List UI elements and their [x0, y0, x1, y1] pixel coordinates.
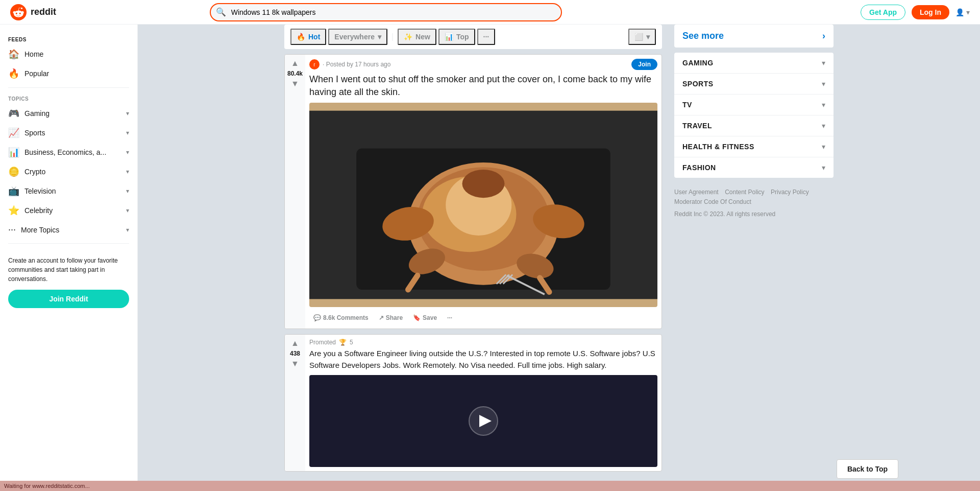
- sidebar-item-gaming[interactable]: 🎮 Gaming ▾: [0, 104, 137, 123]
- sidebar-item-home[interactable]: 🏠 Home: [0, 44, 137, 64]
- main-content: 🔥 Hot Everywhere ▾ | ✨ New 📊 Top ···: [138, 25, 980, 491]
- fashion-topic-label: FASHION: [682, 163, 716, 172]
- status-bar: Waiting for www.redditstatic.com...: [0, 481, 980, 491]
- post-image: [309, 103, 657, 307]
- see-more-button[interactable]: See more ›: [674, 25, 834, 48]
- topic-row-tv[interactable]: TV ▾: [674, 95, 834, 115]
- status-text: Waiting for www.redditstatic.com...: [4, 483, 90, 489]
- health-topic-label: HEALTH & FITNESS: [682, 143, 754, 151]
- travel-topic-chevron-icon: ▾: [822, 122, 825, 130]
- tv-topic-label: TV: [682, 101, 692, 109]
- sidebar-item-celebrity[interactable]: ⭐ Celebrity ▾: [0, 201, 137, 220]
- sidebar-item-sports[interactable]: 📈 Sports ▾: [0, 123, 137, 143]
- more-icon: ···: [483, 33, 489, 41]
- save-button[interactable]: 🔖 Save: [409, 311, 441, 324]
- downvote-button[interactable]: ▼: [291, 79, 299, 88]
- filter-new-button[interactable]: ✨ New: [398, 29, 436, 45]
- topic-row-gaming[interactable]: GAMING ▾: [674, 53, 834, 74]
- topic-row-sports[interactable]: SPORTS ▾: [674, 74, 834, 95]
- layout-icon: ⬜: [634, 33, 643, 41]
- comments-count: 8.6k Comments: [323, 314, 369, 321]
- sports-label: Sports: [24, 129, 45, 137]
- promoted-title: Are you a Software Engineer living outsi…: [309, 348, 657, 371]
- gaming-icon: 🎮: [8, 108, 19, 119]
- crypto-chevron-icon: ▾: [126, 168, 129, 175]
- tv-topic-chevron-icon: ▾: [822, 101, 825, 109]
- post-meta: r · Posted by 17 hours ago Join: [309, 59, 657, 70]
- join-reddit-button[interactable]: Join Reddit: [8, 290, 129, 308]
- hot-label: Hot: [308, 33, 320, 41]
- content-policy-link[interactable]: Content Policy: [725, 189, 764, 196]
- post-join-button[interactable]: Join: [631, 59, 657, 70]
- sidebar-bottom-text: Create an account to follow your favorit…: [8, 256, 129, 284]
- filter-hot-button[interactable]: 🔥 Hot: [290, 29, 326, 45]
- right-sidebar: See more › GAMING ▾ SPORTS ▾ TV ▾ TRAVEL: [674, 25, 834, 491]
- sidebar-item-crypto[interactable]: 🪙 Crypto ▾: [0, 162, 137, 181]
- feeds-label: FEEDS: [0, 33, 137, 44]
- account-chevron-icon: ▾: [966, 8, 970, 16]
- everywhere-label: Everywhere: [334, 33, 375, 41]
- celebrity-icon: ⭐: [8, 205, 19, 216]
- more-topics-icon: ···: [8, 224, 16, 235]
- comments-icon: 💬: [313, 314, 321, 321]
- comments-button[interactable]: 💬 8.6k Comments: [309, 311, 373, 324]
- save-icon: 🔖: [413, 314, 421, 321]
- promoted-upvote-button[interactable]: ▲: [291, 339, 299, 348]
- promoted-post-body: Promoted 🏆 5 Are you a Software Engineer…: [305, 335, 662, 471]
- sidebar-item-television[interactable]: 📺 Television ▾: [0, 181, 137, 201]
- crypto-icon: 🪙: [8, 166, 19, 177]
- layout-chevron-icon: ▾: [646, 33, 650, 41]
- see-more-arrow-icon: ›: [822, 31, 825, 41]
- share-label: Share: [386, 314, 403, 321]
- television-chevron-icon: ▾: [126, 188, 129, 195]
- topic-row-travel[interactable]: TRAVEL ▾: [674, 115, 834, 136]
- reddit-logo-icon: [10, 4, 27, 20]
- promoted-vote-count: 438: [290, 350, 300, 357]
- vote-count: 80.4k: [287, 70, 303, 77]
- upvote-button[interactable]: ▲: [291, 59, 299, 68]
- topic-row-fashion[interactable]: FASHION ▾: [674, 157, 834, 178]
- filter-more-button[interactable]: ···: [477, 29, 496, 45]
- crypto-label: Crypto: [24, 168, 45, 176]
- sports-icon: 📈: [8, 127, 19, 138]
- award-count: 5: [350, 339, 353, 346]
- see-more-label: See more: [682, 31, 724, 41]
- home-label: Home: [24, 50, 43, 58]
- business-chevron-icon: ▾: [126, 149, 129, 156]
- layout-button[interactable]: ⬜ ▾: [628, 29, 656, 45]
- chicken-svg: [309, 103, 657, 307]
- filter-everywhere-button[interactable]: Everywhere ▾: [328, 29, 387, 45]
- celebrity-label: Celebrity: [24, 206, 53, 215]
- moderator-code-link[interactable]: Moderator Code Of Conduct: [674, 198, 751, 205]
- search-input[interactable]: [210, 3, 562, 21]
- logo[interactable]: reddit: [10, 4, 56, 20]
- user-agreement-link[interactable]: User Agreement: [674, 189, 719, 196]
- promoted-downvote-button[interactable]: ▼: [291, 359, 299, 368]
- topics-label: TOPICS: [0, 92, 137, 104]
- privacy-policy-link[interactable]: Privacy Policy: [771, 189, 809, 196]
- new-label: New: [415, 33, 430, 41]
- sidebar-item-more-topics[interactable]: ··· More Topics ▾: [0, 220, 137, 239]
- filter-top-button[interactable]: 📊 Top: [438, 29, 475, 45]
- post-body: r · Posted by 17 hours ago Join When I w…: [305, 55, 662, 329]
- login-button[interactable]: Log In: [912, 5, 949, 19]
- post-more-button[interactable]: ···: [443, 311, 456, 324]
- sidebar-item-popular[interactable]: 🔥 Popular: [0, 64, 137, 83]
- sidebar-bottom: Create an account to follow your favorit…: [0, 248, 137, 316]
- share-button[interactable]: ↗ Share: [375, 311, 407, 324]
- health-topic-chevron-icon: ▾: [822, 143, 825, 151]
- more-topics-label: More Topics: [21, 226, 59, 234]
- gaming-label: Gaming: [24, 109, 50, 118]
- main-post-card: ▲ 80.4k ▼ r · Posted by 17 hours ago Joi…: [284, 54, 662, 329]
- get-app-button[interactable]: Get App: [861, 5, 905, 20]
- business-icon: 📊: [8, 147, 19, 158]
- feed-filters: 🔥 Hot Everywhere ▾ | ✨ New 📊 Top ···: [284, 25, 662, 49]
- topic-row-health[interactable]: HEALTH & FITNESS ▾: [674, 136, 834, 157]
- topics-card: GAMING ▾ SPORTS ▾ TV ▾ TRAVEL ▾ HEALTH &…: [674, 53, 834, 178]
- sidebar-item-business[interactable]: 📊 Business, Economics, a... ▾: [0, 143, 137, 162]
- promoted-meta: Promoted 🏆 5: [309, 339, 657, 346]
- sidebar: FEEDS 🏠 Home 🔥 Popular TOPICS 🎮 Gaming ▾…: [0, 25, 138, 491]
- back-to-top-button[interactable]: Back to Top: [837, 459, 898, 479]
- account-button[interactable]: 👤 ▾: [955, 8, 970, 16]
- home-icon: 🏠: [8, 49, 19, 60]
